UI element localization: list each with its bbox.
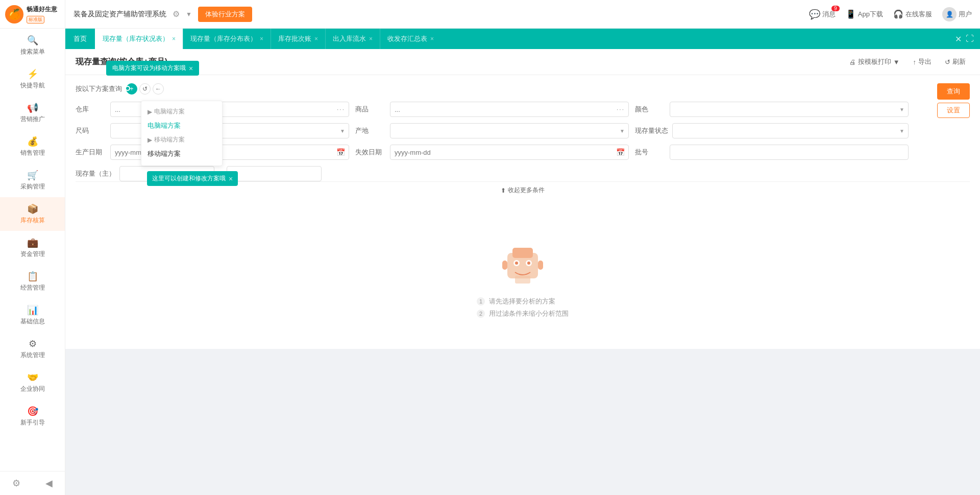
back-scheme-btn[interactable]: ← (153, 83, 164, 95)
svg-point-5 (527, 262, 530, 265)
tab-inventory-dist[interactable]: 现存量（库存分布表） × (183, 29, 271, 49)
message-badge: 9 (831, 6, 840, 11)
color-select[interactable] (670, 102, 909, 117)
sidebar-collapse-btn[interactable]: ◀ (45, 478, 53, 489)
sidebar-item-purchase[interactable]: 🛒 采购管理 (0, 163, 65, 197)
reset-button[interactable]: 设置 (937, 103, 970, 118)
guide-icon: 🎯 (27, 406, 38, 417)
stock-status-select[interactable] (672, 123, 909, 138)
page-header: 现存量查询(按仓库+商品) 🖨 按模板打印 ▼ ↑ 导出 ↺ 刷新 (65, 49, 980, 75)
sidebar: 🍊 畅通好生意 标准版 🔍 搜索菜单 ⚡ 快捷导航 📢 营销推广 💰 销售管理 … (0, 0, 65, 495)
tab-inventory-status[interactable]: 现存量（库存状况表） × (95, 29, 183, 49)
user-btn[interactable]: 👤 用户 (942, 7, 972, 21)
sidebar-item-inventory[interactable]: 📦 库存核算 (0, 197, 65, 231)
logo-title: 畅通好生意 (27, 5, 57, 14)
tooltip-scheme-create-close[interactable]: × (229, 175, 233, 183)
sidebar-finance-label: 资金管理 (20, 250, 45, 258)
stock-main-label: 现存量（主） (76, 169, 115, 178)
sidebar-item-quick-nav[interactable]: ⚡ 快捷导航 (0, 62, 65, 96)
tab-batch-close[interactable]: × (314, 35, 318, 42)
tab-collect-label: 收发存汇总表 (387, 34, 427, 43)
online-service-btn[interactable]: 🎧 在线客服 (893, 9, 932, 19)
batch-control (670, 145, 909, 160)
logo-icon: 🍊 (5, 5, 23, 23)
size-label: 尺码 (76, 126, 106, 135)
tab-inventory-status-close[interactable]: × (172, 35, 176, 42)
tab-collect[interactable]: 收发存汇总表 × (380, 29, 441, 49)
sidebar-item-marketing[interactable]: 📢 营销推广 (0, 96, 65, 130)
message-icon: 💬 (809, 9, 820, 20)
expiry-date-input[interactable] (390, 145, 629, 160)
tab-batch[interactable]: 库存批次账 × (271, 29, 325, 49)
warehouse-label: 仓库 (76, 105, 106, 114)
tip-num-1: 1 (477, 297, 485, 305)
system-icon: ⚙ (29, 338, 37, 349)
export-icon: ↑ (913, 58, 917, 66)
tab-inout[interactable]: 出入库流水 × (325, 29, 380, 49)
origin-select[interactable] (390, 123, 629, 138)
refresh-btn[interactable]: ↺ 刷新 (941, 55, 970, 68)
finance-icon: 💼 (27, 237, 38, 248)
tooltip-scheme-create-text: 这里可以创建和修改方案哦 (152, 174, 226, 183)
system-name: 装备及固定资产辅助管理系统 (74, 10, 166, 19)
tab-expand-btn[interactable]: ⛶ (966, 34, 974, 43)
sidebar-nav: 🔍 搜索菜单 ⚡ 快捷导航 📢 营销推广 💰 销售管理 🛒 采购管理 📦 库存核… (0, 29, 65, 471)
trial-button[interactable]: 体验行业方案 (198, 7, 252, 22)
tab-home[interactable]: 首页 (65, 29, 95, 49)
sidebar-bottom: ⚙ ◀ (0, 471, 65, 495)
tab-collect-close[interactable]: × (430, 35, 434, 42)
sidebar-operations-label: 经营管理 (20, 284, 45, 292)
refresh-scheme-btn[interactable]: ↺ (139, 83, 151, 95)
filter-goods: 商品 ··· (355, 102, 629, 117)
print-arrow-icon: ▼ (893, 58, 900, 66)
sidebar-item-search[interactable]: 🔍 搜索菜单 (0, 29, 65, 62)
tab-actions: ✕ ⛶ (949, 34, 980, 44)
settings-icon[interactable]: ⚙ (173, 9, 180, 19)
sidebar-logo: 🍊 畅通好生意 标准版 (0, 0, 65, 29)
tooltip-scheme-mobile-close[interactable]: × (189, 64, 193, 73)
scheme-panel: ▶ 电脑端方案 电脑端方案 ▶ 移动端方案 移动端方案 (141, 101, 223, 166)
empty-state: 1 请先选择要分析的方案 2 用过滤条件来缩小分析范围 (65, 207, 980, 349)
export-label: 导出 (918, 57, 932, 66)
sidebar-settings-btn[interactable]: ⚙ (12, 478, 20, 489)
expiry-date-control: 📅 (390, 145, 629, 160)
stock-main-max-input[interactable] (227, 166, 322, 181)
tab-close-all-btn[interactable]: ✕ (955, 34, 962, 44)
scheme-item-mobile-label: 移动端方案 (148, 149, 181, 158)
enterprise-icon: 🤝 (27, 372, 38, 383)
search-button[interactable]: 查询 (937, 83, 970, 100)
sidebar-item-basic[interactable]: 📊 基础信息 (0, 298, 65, 332)
collapse-label: 收起更多条件 (508, 186, 545, 195)
scheme-item-desktop[interactable]: 电脑端方案 (141, 118, 222, 133)
production-date-icon[interactable]: 📅 (336, 148, 345, 156)
scheme-item-mobile[interactable]: 移动端方案 (141, 146, 222, 161)
message-btn[interactable]: 💬 9 消息 (809, 9, 836, 20)
sidebar-item-enterprise[interactable]: 🤝 企业协同 (0, 366, 65, 399)
goods-input[interactable] (390, 102, 629, 117)
sidebar-item-guide[interactable]: 🎯 新手引导 (0, 399, 65, 433)
expiry-date-icon[interactable]: 📅 (616, 148, 625, 156)
print-btn[interactable]: 🖨 按模板打印 ▼ (845, 55, 904, 68)
search-nav-icon: 🔍 (27, 35, 38, 46)
filter-batch: 批号 (635, 145, 909, 160)
batch-input[interactable] (670, 145, 909, 160)
sidebar-item-finance[interactable]: 💼 资金管理 (0, 231, 65, 265)
sidebar-item-system[interactable]: ⚙ 系统管理 (0, 332, 65, 366)
stock-status-label: 现存量状态 (635, 126, 668, 135)
scheme-item-desktop-label: 电脑端方案 (148, 121, 181, 130)
sidebar-item-sales[interactable]: 💰 销售管理 (0, 130, 65, 163)
page-actions: 🖨 按模板打印 ▼ ↑ 导出 ↺ 刷新 (845, 55, 970, 68)
sidebar-item-operations[interactable]: 📋 经营管理 (0, 265, 65, 298)
refresh-icon: ↺ (945, 58, 950, 66)
tab-inventory-dist-close[interactable]: × (260, 35, 263, 42)
export-btn[interactable]: ↑ 导出 (909, 55, 936, 68)
sidebar-marketing-label: 营销推广 (20, 115, 45, 124)
empty-tips: 1 请先选择要分析的方案 2 用过滤条件来缩小分析范围 (477, 297, 569, 318)
app-download-btn[interactable]: 📱 App下载 (846, 9, 883, 19)
operations-icon: 📋 (27, 271, 38, 282)
dropdown-icon[interactable]: ▼ (186, 11, 192, 18)
filter-header: 按以下方案查询 + ↺ ← 电脑方案可设为移动方案哦 × (76, 83, 970, 95)
user-avatar: 👤 (942, 7, 957, 21)
tab-inout-close[interactable]: × (369, 35, 373, 42)
tooltip2-container: ▶ 移动端方案 移动端方案 (141, 133, 222, 161)
